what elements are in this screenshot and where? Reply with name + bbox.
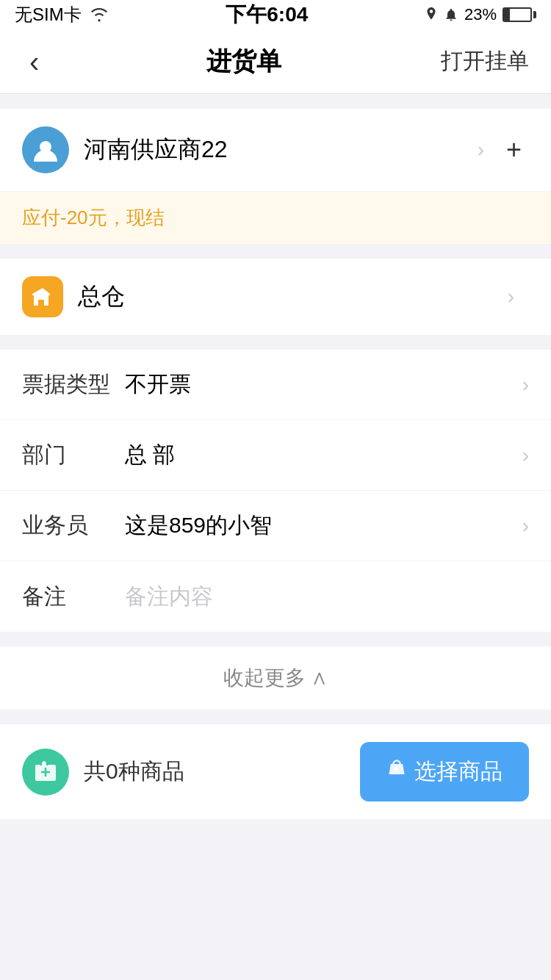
salesman-label: 业务员 (22, 511, 125, 541)
department-chevron: › (522, 444, 529, 467)
warehouse-icon (31, 285, 54, 309)
status-time: 下午6:04 (226, 1, 308, 29)
product-icon (32, 759, 59, 785)
product-section: 共0种商品 选择商品 (0, 724, 551, 819)
location-icon (425, 7, 438, 22)
department-label: 部门 (22, 440, 125, 470)
warehouse-name: 总仓 (78, 281, 508, 313)
supplier-name: 河南供应商22 (84, 134, 478, 166)
open-pending-button[interactable]: 打开挂单 (441, 46, 529, 76)
product-count: 共0种商品 (84, 757, 360, 787)
battery-percent: 23% (464, 5, 497, 24)
supplier-avatar (22, 126, 69, 173)
supplier-card: 河南供应商22 › + 应付-20元，现结 (0, 109, 551, 244)
select-product-button[interactable]: 选择商品 (360, 742, 529, 801)
invoice-label: 票据类型 (22, 370, 125, 400)
battery-icon (503, 7, 536, 22)
supplier-chevron: › (478, 138, 484, 162)
warehouse-card: 总仓 › (0, 259, 551, 335)
notice-bar: 应付-20元，现结 (0, 192, 551, 244)
notice-text: 应付-20元，现结 (22, 206, 165, 228)
department-value: 总 部 (125, 440, 522, 470)
product-icon-bg (22, 749, 69, 796)
cart-add-icon (386, 759, 407, 779)
select-product-label: 选择商品 (414, 757, 503, 787)
invoice-chevron: › (522, 373, 529, 397)
page-background (0, 819, 551, 980)
status-right: 23% (425, 5, 536, 24)
select-product-icon (386, 759, 407, 785)
remark-placeholder: 备注内容 (125, 582, 529, 612)
alarm-icon (444, 7, 458, 22)
page-title: 进货单 (206, 45, 281, 79)
collapse-text: 收起更多 ∧ (223, 664, 328, 692)
department-row[interactable]: 部门 总 部 › (0, 420, 551, 491)
back-button[interactable]: ‹ (22, 40, 46, 84)
nav-bar: ‹ 进货单 打开挂单 (0, 29, 551, 94)
divider-1 (0, 94, 551, 109)
avatar-icon (31, 135, 60, 165)
wifi-icon (89, 7, 109, 22)
remark-row[interactable]: 备注 备注内容 (0, 561, 551, 632)
invoice-value: 不开票 (125, 370, 522, 400)
supplier-row[interactable]: 河南供应商22 › + (0, 109, 551, 192)
salesman-value: 这是859的小智 (125, 511, 522, 541)
status-bar: 无SIM卡 下午6:04 23% (0, 0, 551, 29)
status-carrier: 无SIM卡 (15, 3, 109, 26)
salesman-chevron: › (522, 514, 529, 538)
invoice-row[interactable]: 票据类型 不开票 › (0, 350, 551, 420)
warehouse-chevron: › (508, 285, 514, 309)
warehouse-icon-bg (22, 276, 63, 317)
remark-label: 备注 (22, 582, 125, 612)
form-section: 票据类型 不开票 › 部门 总 部 › 业务员 这是859的小智 › 备注 备注… (0, 350, 551, 632)
collapse-bar[interactable]: 收起更多 ∧ (0, 646, 551, 710)
salesman-row[interactable]: 业务员 这是859的小智 › (0, 491, 551, 561)
warehouse-row[interactable]: 总仓 › (0, 259, 551, 335)
add-button[interactable]: + (499, 134, 529, 165)
carrier-text: 无SIM卡 (15, 3, 82, 26)
